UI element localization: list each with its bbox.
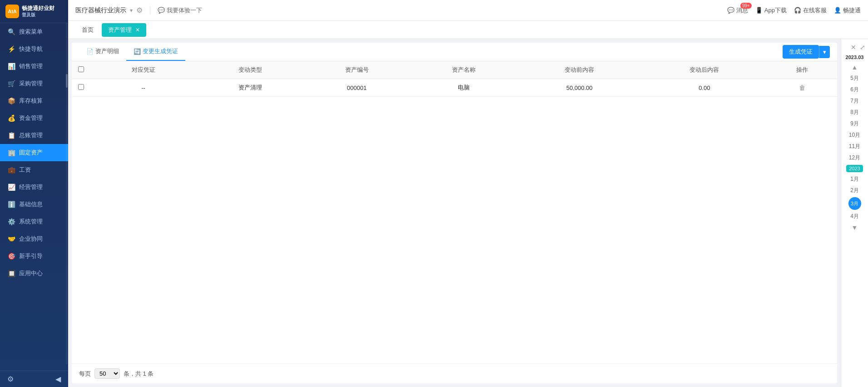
scroll-down-btn[interactable]: ▼ [850, 222, 860, 233]
messages-badge: 99+ [740, 3, 752, 9]
row-after-change: 0.00 [642, 79, 767, 97]
logo-icon: AtA [5, 5, 19, 18]
row-checkbox-cell [72, 79, 90, 97]
month-list: ▲ 5月 6月 7月 8月 9月 10月 11月 12月 2023 1月 2月 … [841, 62, 868, 233]
settings-icon[interactable]: ⚙ [7, 375, 14, 383]
user-btn[interactable]: 👤 畅捷通 [834, 6, 861, 15]
row-before-change: 50,000.00 [517, 79, 642, 97]
sidebar-item-ledger[interactable]: 📋 总账管理 [0, 127, 68, 144]
online-service-label: 在线客服 [803, 6, 827, 15]
online-service-btn[interactable]: 🎧 在线客服 [794, 6, 827, 15]
pagination: 每页 10 20 50 100 条，共 1 条 [72, 363, 837, 383]
collapse-icon[interactable]: ◀ [55, 375, 61, 383]
table-header-row: 对应凭证 变动类型 资产编号 资产名称 [72, 61, 837, 79]
tab-change-voucher[interactable]: 🔄 变更生成凭证 [126, 43, 185, 61]
panel-close-btn[interactable]: ✕ [850, 43, 857, 52]
total-count: 条，共 1 条 [124, 370, 154, 378]
sidebar-item-fixedasset[interactable]: 🏢 固定资产 [0, 144, 68, 161]
asset-detail-tab-label: 资产明细 [95, 47, 119, 55]
main-area: 医疗器械行业演示 ▾ ⚙ 💬 我要体验一下 💬 消息 99+ 📱 App下载 🎧… [68, 0, 868, 387]
change-voucher-tab-label: 变更生成凭证 [143, 47, 178, 55]
tab-close-icon[interactable]: ✕ [135, 27, 140, 33]
generate-voucher-dropdown-btn[interactable]: ▾ [819, 46, 830, 58]
content-area: 📄 资产明细 🔄 变更生成凭证 生成凭证 ▾ [72, 43, 837, 383]
row-asset-name: 电脑 [410, 79, 517, 97]
row-voucher: -- [90, 79, 197, 97]
company-dropdown-icon[interactable]: ▾ [130, 7, 133, 14]
month-8[interactable]: 8月 [841, 107, 868, 118]
sidebar-item-search[interactable]: 🔍 搜索菜单 [0, 23, 68, 40]
inner-tabs-bar: 📄 资产明细 🔄 变更生成凭证 生成凭证 ▾ [72, 43, 837, 61]
sidebar-item-appstore[interactable]: 🔲 应用中心 [0, 265, 68, 282]
sidebar-item-payroll[interactable]: 💼 工资 [0, 161, 68, 179]
tab-asset-detail[interactable]: 📄 资产明细 [79, 43, 126, 61]
app-version: 普及版 [22, 12, 55, 18]
appstore-icon: 🔲 [7, 269, 15, 278]
sidebar-item-guide[interactable]: 🎯 新手引导 [0, 248, 68, 265]
month-12[interactable]: 12月 [841, 152, 868, 164]
sidebar-label-ledger: 总账管理 [19, 131, 43, 139]
sidebar-label-payroll: 工资 [19, 166, 31, 174]
sidebar-label-purchase: 采购管理 [19, 79, 43, 88]
assets-table: 对应凭证 变动类型 资产编号 资产名称 [72, 61, 837, 97]
month-11[interactable]: 11月 [841, 141, 868, 152]
messages-btn[interactable]: 💬 消息 99+ [727, 6, 748, 15]
scroll-up-btn[interactable]: ▲ [850, 62, 860, 73]
topbar-left: 医疗器械行业演示 ▾ ⚙ 💬 我要体验一下 [75, 6, 202, 15]
month-2[interactable]: 2月 [841, 185, 868, 196]
sidebar-item-quicknav[interactable]: ⚡ 快捷导航 [0, 40, 68, 58]
sidebar-item-inventory[interactable]: 📦 库存核算 [0, 92, 68, 109]
month-7[interactable]: 7月 [841, 95, 868, 107]
sidebar-item-funds[interactable]: 💰 资金管理 [0, 109, 68, 127]
month-1[interactable]: 1月 [841, 174, 868, 185]
tab-home-label: 首页 [82, 26, 94, 33]
sidebar-item-ops[interactable]: 📈 经营管理 [0, 179, 68, 196]
sidebar-item-collab[interactable]: 🤝 企业协同 [0, 230, 68, 248]
year-tag-2023[interactable]: 2023 [846, 165, 863, 172]
fixedasset-icon: 🏢 [7, 149, 15, 157]
right-panel: ✕ ⤢ 2023.03 ▲ 5月 6月 7月 8月 9月 10月 11月 12月… [841, 39, 868, 387]
user-icon: 👤 [834, 7, 841, 14]
delete-row-btn[interactable]: 🗑 [799, 84, 805, 91]
select-all-checkbox[interactable] [78, 66, 84, 72]
basicinfo-icon: ℹ️ [7, 200, 15, 208]
sidebar-item-sales[interactable]: 📊 销售管理 [0, 58, 68, 75]
company-settings-icon[interactable]: ⚙ [136, 6, 143, 15]
inner-tabs: 📄 资产明细 🔄 变更生成凭证 [72, 43, 783, 61]
sidebar-item-purchase[interactable]: 🛒 采购管理 [0, 75, 68, 92]
app-logo: AtA 畅捷通好业财 普及版 [0, 0, 68, 23]
tab-home[interactable]: 首页 [75, 23, 100, 37]
app-download-btn[interactable]: 📱 App下载 [755, 6, 787, 15]
month-4[interactable]: 4月 [841, 211, 868, 222]
user-label: 畅捷通 [843, 6, 861, 15]
tab-asset-mgmt[interactable]: 资产管理 ✕ [102, 23, 146, 37]
month-5[interactable]: 5月 [841, 73, 868, 84]
app-name: 畅捷通好业财 [22, 5, 55, 12]
per-page-select[interactable]: 10 20 50 100 [94, 368, 120, 379]
table-area: 对应凭证 变动类型 资产编号 资产名称 [72, 61, 837, 363]
row-asset-code: 000001 [303, 79, 410, 97]
panel-expand-btn[interactable]: ⤢ [859, 43, 866, 52]
topbar: 医疗器械行业演示 ▾ ⚙ 💬 我要体验一下 💬 消息 99+ 📱 App下载 🎧… [68, 0, 868, 21]
experience-btn[interactable]: 💬 我要体验一下 [158, 6, 202, 15]
month-9[interactable]: 9月 [841, 118, 868, 129]
sidebar-item-basicinfo[interactable]: ℹ️ 基础信息 [0, 196, 68, 213]
sidebar-item-system[interactable]: ⚙️ 系统管理 [0, 213, 68, 230]
per-page-label: 每页 [79, 370, 91, 378]
experience-icon: 💬 [158, 7, 165, 14]
sidebar-label-system: 系统管理 [19, 218, 43, 226]
company-name: 医疗器械行业演示 [75, 6, 126, 15]
month-10[interactable]: 10月 [841, 129, 868, 141]
asset-detail-tab-icon: 📄 [86, 48, 94, 55]
purchase-icon: 🛒 [7, 79, 15, 88]
row-checkbox[interactable] [78, 84, 84, 90]
messages-icon: 💬 [727, 7, 734, 14]
month-3-active[interactable]: 3月 [848, 197, 861, 210]
month-6[interactable]: 6月 [841, 84, 868, 95]
tab-asset-label: 资产管理 [108, 26, 132, 33]
sidebar-label-basicinfo: 基础信息 [19, 200, 43, 208]
sidebar-label-guide: 新手引导 [19, 252, 43, 260]
generate-voucher-label: 生成凭证 [789, 48, 813, 56]
panel-year-month: 2023.03 [846, 55, 864, 60]
generate-voucher-btn[interactable]: 生成凭证 [783, 45, 819, 59]
